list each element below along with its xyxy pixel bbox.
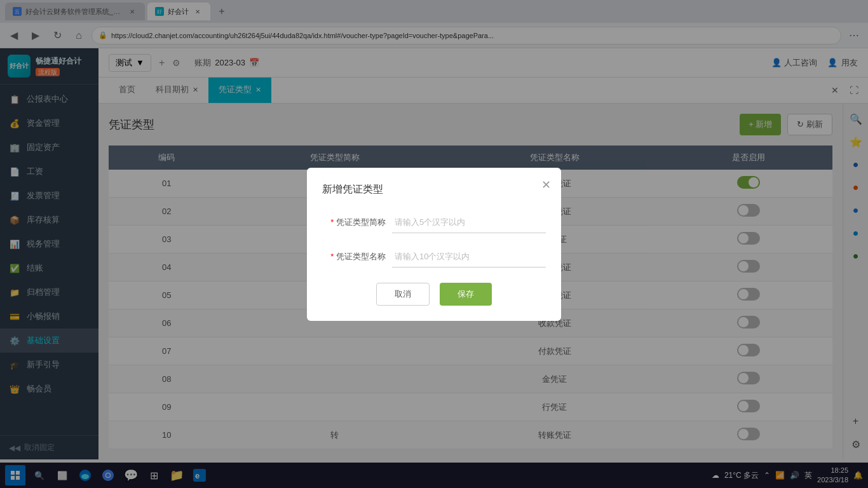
dialog-close-button[interactable]: ✕: [541, 178, 551, 192]
short-name-label: 凭证类型简称: [322, 217, 392, 228]
full-name-input[interactable]: [392, 246, 546, 268]
cancel-dialog-button[interactable]: 取消: [376, 283, 430, 306]
full-name-label: 凭证类型名称: [322, 251, 392, 262]
dialog-footer: 取消 保存: [322, 283, 546, 306]
full-name-row: 凭证类型名称: [322, 246, 546, 268]
new-voucher-dialog: 新增凭证类型 ✕ 凭证类型简称 凭证类型名称 取消 保存: [307, 168, 561, 321]
short-name-input[interactable]: [392, 212, 546, 233]
short-name-row: 凭证类型简称: [322, 212, 546, 233]
dialog-overlay: 新增凭证类型 ✕ 凭证类型简称 凭证类型名称 取消 保存: [0, 0, 868, 488]
dialog-title: 新增凭证类型: [322, 183, 546, 196]
save-dialog-button[interactable]: 保存: [440, 283, 492, 306]
